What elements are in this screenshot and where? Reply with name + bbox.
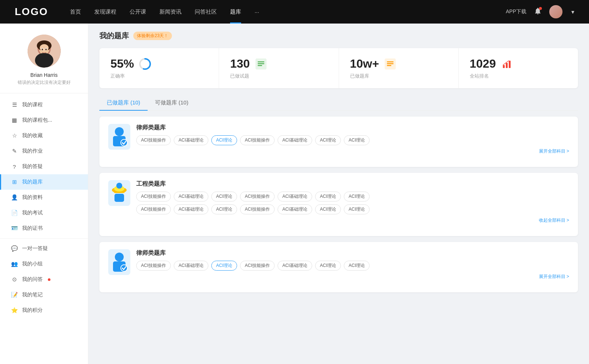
people-icon: 👤 bbox=[11, 194, 18, 201]
tag-1-1[interactable]: ACI基础理论 bbox=[174, 192, 208, 201]
tag-0-0[interactable]: ACI技能操作 bbox=[136, 135, 171, 145]
sidebar-item-certificate[interactable]: 🪪 我的证书 bbox=[0, 221, 88, 236]
qa-notification-dot bbox=[48, 278, 50, 281]
done-questions-value: 130 bbox=[230, 57, 250, 71]
sidebar-item-points[interactable]: ⭐ 我的积分 bbox=[0, 303, 88, 318]
qbank-card-1: 工程类题库 ACI技能操作 ACI基础理论 ACI理论 ACI技能操作 ACI基… bbox=[99, 173, 578, 236]
sidebar-item-my-qa[interactable]: ⊙ 我的问答 bbox=[0, 272, 88, 287]
nav-opencourse[interactable]: 公开课 bbox=[130, 8, 146, 15]
sidebar-item-my-course[interactable]: ☰ 我的课程 bbox=[0, 97, 88, 113]
tags-row-1-bottom: ACI技能操作 ACI基础理论 ACI理论 ACI技能操作 ACI基础理论 AC… bbox=[136, 204, 569, 214]
svg-point-31 bbox=[115, 253, 124, 261]
nav-news[interactable]: 新闻资讯 bbox=[159, 8, 181, 15]
bar-chart-red-icon bbox=[500, 57, 514, 71]
sidebar-item-notes[interactable]: 📝 我的笔记 bbox=[0, 287, 88, 303]
sidebar-item-course-package[interactable]: ▦ 我的课程包... bbox=[0, 113, 88, 128]
expand-link-2[interactable]: 展开全部科目 > bbox=[136, 274, 569, 280]
sidebar-menu: ☰ 我的课程 ▦ 我的课程包... ☆ 我的收藏 ✎ 我的作业 ? 我的答疑 ⊞… bbox=[0, 97, 88, 318]
tag-1-13[interactable]: ACI理论 bbox=[344, 204, 370, 214]
exam-icon: 📄 bbox=[11, 210, 18, 216]
avatar[interactable] bbox=[549, 5, 562, 18]
bar-icon: ▦ bbox=[11, 117, 18, 124]
svg-rect-22 bbox=[509, 61, 511, 68]
stat-done-banks: 10w+ 已做题库 bbox=[339, 48, 459, 88]
tag-0-2[interactable]: ACI理论 bbox=[211, 135, 237, 145]
tag-1-12[interactable]: ACI理论 bbox=[315, 204, 341, 214]
chat-icon: 💬 bbox=[11, 245, 18, 252]
tag-1-4[interactable]: ACI基础理论 bbox=[278, 192, 312, 201]
tag-1-5[interactable]: ACI理论 bbox=[315, 192, 341, 201]
nav-home[interactable]: 首页 bbox=[70, 8, 81, 15]
tag-1-9[interactable]: ACI理论 bbox=[211, 204, 237, 214]
sidebar-item-favorites[interactable]: ☆ 我的收藏 bbox=[0, 128, 88, 143]
stat-rank: 1029 全站排名 bbox=[459, 48, 578, 88]
stats-row: 55% 正确率 130 bbox=[99, 48, 578, 88]
tag-0-5[interactable]: ACI理论 bbox=[315, 135, 341, 145]
tabs: 已做题库 (10) 可做题库 (10) bbox=[99, 96, 578, 111]
tag-0-4[interactable]: ACI基础理论 bbox=[278, 135, 312, 145]
sidebar-profile: Brian Harris 错误的决定比没有决定要好 bbox=[0, 35, 88, 93]
nav-more[interactable]: ··· bbox=[254, 9, 259, 15]
sidebar-item-my-answers[interactable]: ? 我的答疑 bbox=[0, 159, 88, 174]
tag-2-6[interactable]: ACI理论 bbox=[344, 261, 370, 271]
svg-point-5 bbox=[40, 44, 49, 51]
tag-1-10[interactable]: ACI技能操作 bbox=[240, 204, 275, 214]
tab-done[interactable]: 已做题库 (10) bbox=[99, 96, 148, 111]
main-content: 我的题库 体验剩余23天！ 55% 正确率 bbox=[88, 24, 589, 364]
tag-2-0[interactable]: ACI技能操作 bbox=[136, 261, 171, 271]
svg-point-33 bbox=[121, 265, 127, 271]
tab-available[interactable]: 可做题库 (10) bbox=[148, 96, 196, 111]
nav-discover[interactable]: 发现课程 bbox=[94, 8, 116, 15]
tag-2-5[interactable]: ACI理论 bbox=[315, 261, 341, 271]
svg-rect-19 bbox=[387, 65, 391, 66]
tag-2-2[interactable]: ACI理论 bbox=[211, 261, 237, 271]
logo: LOGO bbox=[15, 6, 48, 18]
tag-2-4[interactable]: ACI基础理论 bbox=[278, 261, 312, 271]
done-banks-value: 10w+ bbox=[350, 57, 379, 71]
svg-rect-21 bbox=[506, 63, 508, 68]
notification-bell[interactable] bbox=[534, 7, 542, 17]
svg-rect-14 bbox=[258, 63, 264, 64]
tag-0-1[interactable]: ACI基础理论 bbox=[174, 135, 208, 145]
nav-qbank[interactable]: 题库 bbox=[230, 8, 241, 15]
tag-1-8[interactable]: ACI基础理论 bbox=[174, 204, 208, 214]
tag-2-1[interactable]: ACI基础理论 bbox=[174, 261, 208, 271]
svg-point-8 bbox=[42, 49, 43, 50]
sidebar-item-homework[interactable]: ✎ 我的作业 bbox=[0, 143, 88, 159]
sidebar-item-qbank[interactable]: ⊞ 我的题库 bbox=[0, 174, 88, 190]
collapse-link-1[interactable]: 收起全部科目 > bbox=[136, 217, 569, 224]
tag-1-11[interactable]: ACI基础理论 bbox=[278, 204, 312, 214]
svg-point-3 bbox=[35, 53, 53, 68]
list-green-icon bbox=[254, 57, 268, 71]
avatar-image bbox=[28, 35, 61, 68]
svg-rect-17 bbox=[387, 61, 394, 63]
tags-row-0: ACI技能操作 ACI基础理论 ACI理论 ACI技能操作 ACI基础理论 AC… bbox=[136, 135, 569, 145]
sidebar-item-profile[interactable]: 👤 我的资料 bbox=[0, 190, 88, 205]
qbank-icon: ⊞ bbox=[11, 179, 18, 185]
svg-rect-18 bbox=[387, 63, 394, 64]
sidebar-item-group[interactable]: 👥 我的小组 bbox=[0, 256, 88, 272]
sidebar-item-one-on-one[interactable]: 💬 一对一答疑 bbox=[0, 241, 88, 256]
list-orange-icon bbox=[384, 57, 397, 71]
tag-1-6[interactable]: ACI理论 bbox=[344, 192, 370, 201]
nav-qa[interactable]: 问答社区 bbox=[195, 8, 217, 15]
chevron-down-icon[interactable]: ▾ bbox=[571, 8, 574, 15]
qbank-info-2: 律师类题库 ACI技能操作 ACI基础理论 ACI理论 ACI技能操作 ACI基… bbox=[136, 249, 569, 280]
score-icon: ⭐ bbox=[11, 307, 18, 314]
tag-0-6[interactable]: ACI理论 bbox=[344, 135, 370, 145]
svg-rect-30 bbox=[114, 194, 124, 202]
page-header: 我的题库 体验剩余23天！ bbox=[99, 31, 578, 41]
tag-2-3[interactable]: ACI技能操作 bbox=[240, 261, 275, 271]
user-motto: 错误的决定比没有决定要好 bbox=[18, 79, 71, 86]
tag-1-0[interactable]: ACI技能操作 bbox=[136, 192, 171, 201]
done-banks-label: 已做题库 bbox=[350, 73, 447, 79]
expand-link-0[interactable]: 展开全部科目 > bbox=[136, 148, 569, 154]
tag-1-7[interactable]: ACI技能操作 bbox=[136, 204, 171, 214]
app-download-link[interactable]: APP下载 bbox=[506, 8, 526, 15]
tags-row-1-top: ACI技能操作 ACI基础理论 ACI理论 ACI技能操作 ACI基础理论 AC… bbox=[136, 192, 569, 201]
tags-row-2: ACI技能操作 ACI基础理论 ACI理论 ACI技能操作 ACI基础理论 AC… bbox=[136, 261, 569, 271]
tag-0-3[interactable]: ACI技能操作 bbox=[240, 135, 275, 145]
tag-1-3[interactable]: ACI技能操作 bbox=[240, 192, 275, 201]
sidebar-item-exam[interactable]: 📄 我的考试 bbox=[0, 205, 88, 221]
tag-1-2[interactable]: ACI理论 bbox=[211, 192, 237, 201]
